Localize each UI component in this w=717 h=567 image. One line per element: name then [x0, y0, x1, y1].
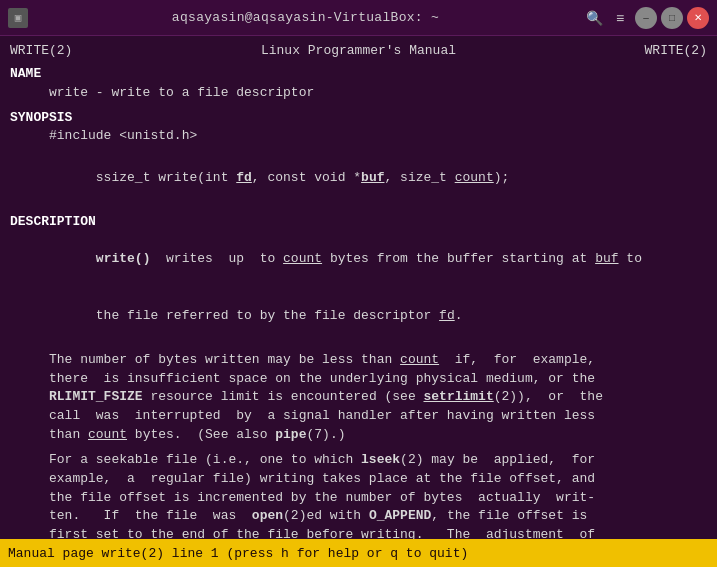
search-button[interactable]: 🔍: [583, 7, 605, 29]
desc-p2-l2: there is insufficient space on the under…: [10, 370, 707, 389]
desc-p1-cont: the file referred to by the file descrip…: [10, 288, 707, 345]
write-func: write(): [96, 251, 151, 266]
titlebar-left: ▣: [8, 8, 28, 28]
header-center: Linux Programmer's Manual: [261, 42, 456, 61]
count-param: count: [455, 170, 494, 185]
synopsis-section: SYNOPSIS #include <unistd.h> ssize_t wri…: [10, 109, 707, 207]
statusbar: Manual page write(2) line 1 (press h for…: [0, 539, 717, 567]
description-section: DESCRIPTION write() writes up to count b…: [10, 213, 707, 539]
include-line: #include <unistd.h>: [10, 127, 707, 146]
desc-p3-l5: first set to the end of the file before …: [10, 526, 707, 539]
titlebar: ▣ aqsayasin@aqsayasin-VirtualBox: ~ 🔍 ≡ …: [0, 0, 717, 36]
titlebar-controls[interactable]: 🔍 ≡ – □ ✕: [583, 7, 709, 29]
desc-p3-l1: For a seekable file (i.e., one to which …: [10, 451, 707, 470]
desc-p3-l3: the file offset is incremented by the nu…: [10, 489, 707, 508]
statusbar-text: Manual page write(2) line 1 (press h for…: [8, 546, 468, 561]
name-section: NAME write - write to a file descriptor: [10, 65, 707, 103]
buf-param: buf: [361, 170, 384, 185]
terminal-content: WRITE(2) Linux Programmer's Manual WRITE…: [0, 36, 717, 539]
desc-p3-l2: example, a regular file) writing takes p…: [10, 470, 707, 489]
terminal-icon: ▣: [8, 8, 28, 28]
name-heading: NAME: [10, 65, 707, 84]
fd-param: fd: [236, 170, 252, 185]
header-right: WRITE(2): [645, 42, 707, 61]
synopsis-heading: SYNOPSIS: [10, 109, 707, 128]
man-header: WRITE(2) Linux Programmer's Manual WRITE…: [10, 42, 707, 61]
minimize-button[interactable]: –: [635, 7, 657, 29]
desc-p2-l1: The number of bytes written may be less …: [10, 351, 707, 370]
desc-p2-l4: call was interrupted by a signal handler…: [10, 407, 707, 426]
close-button[interactable]: ✕: [687, 7, 709, 29]
description-heading: DESCRIPTION: [10, 213, 707, 232]
count-ref-1: count: [283, 251, 322, 266]
desc-p2-l5: than count bytes. (See also pipe(7).): [10, 426, 707, 445]
menu-button[interactable]: ≡: [609, 7, 631, 29]
buf-ref-1: buf: [595, 251, 618, 266]
desc-p2-l3: RLIMIT_FSIZE resource limit is encounter…: [10, 388, 707, 407]
name-body: write - write to a file descriptor: [10, 84, 707, 103]
signature-line: ssize_t write(int fd, const void *buf, s…: [10, 150, 707, 207]
maximize-button[interactable]: □: [661, 7, 683, 29]
desc-p1: write() writes up to count bytes from th…: [10, 232, 707, 289]
header-left: WRITE(2): [10, 42, 72, 61]
desc-p3-l4: ten. If the file was open(2)ed with O_AP…: [10, 507, 707, 526]
titlebar-title: aqsayasin@aqsayasin-VirtualBox: ~: [172, 10, 439, 25]
fd-ref-1: fd: [439, 308, 455, 323]
